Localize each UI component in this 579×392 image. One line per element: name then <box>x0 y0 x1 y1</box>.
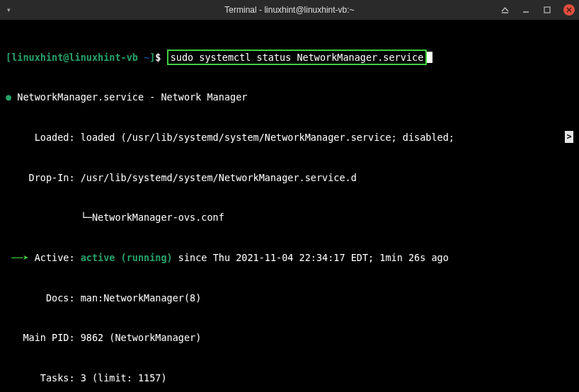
dropin-cont: └─NetworkManager-ovs.conf <box>81 212 224 223</box>
dropin-cont-line: └─NetworkManager-ovs.conf <box>6 211 573 224</box>
loaded-line: Loaded: loaded (/usr/lib/systemd/system/… <box>6 131 573 144</box>
window-titlebar: ▾ Terminal - linuxhint@linuxhint-vb:~ <box>0 0 579 20</box>
titlebar-left: ▾ <box>4 6 13 14</box>
minimize-button[interactable] <box>521 5 531 15</box>
terminal-cursor <box>427 52 432 63</box>
svg-rect-2 <box>544 7 550 13</box>
docs-label: Docs: <box>46 292 75 304</box>
tasks-value: 3 (limit: 1157) <box>81 372 167 384</box>
arrow-annotation-icon: ──➤ <box>6 252 35 263</box>
prompt-line: [linuxhint@linuxhint-vb ~]$ sudo systemc… <box>6 51 573 64</box>
active-line: ──➤ Active: active (running) since Thu 2… <box>6 251 573 265</box>
pid-line: Main PID: 9862 (NetworkManager) <box>6 331 573 345</box>
keep-on-top-button[interactable] <box>500 5 510 15</box>
close-button[interactable] <box>563 4 575 16</box>
docs-value: man:NetworkManager(8) <box>81 292 202 304</box>
maximize-button[interactable] <box>542 5 552 15</box>
docs-line: Docs: man:NetworkManager(8) <box>6 292 573 305</box>
prompt-user-host: [linuxhint@linuxhint-vb <box>6 52 138 63</box>
chevron-down-icon[interactable]: ▾ <box>4 6 13 14</box>
titlebar-controls <box>500 4 575 16</box>
dropin-label: Drop-In: <box>29 172 75 183</box>
service-header: NetworkManager.service - Network Manager <box>17 91 247 103</box>
tasks-label: Tasks: <box>40 372 75 384</box>
dropin-line: Drop-In: /usr/lib/systemd/system/Network… <box>6 171 573 185</box>
terminal-area[interactable]: [linuxhint@linuxhint-vb ~]$ sudo systemc… <box>0 20 579 392</box>
active-label: Active: <box>35 252 75 263</box>
loaded-value: loaded (/usr/lib/systemd/system/NetworkM… <box>81 132 460 143</box>
status-bullet-icon: ● <box>6 91 11 103</box>
scroll-right-icon[interactable]: > <box>565 131 573 143</box>
pid-label: Main PID: <box>23 332 74 343</box>
tasks-line: Tasks: 3 (limit: 1157) <box>6 371 573 385</box>
dropin-value: /usr/lib/systemd/system/NetworkManager.s… <box>81 172 357 183</box>
prompt-dollar: $ <box>155 52 161 63</box>
active-value: active (running) <box>81 252 173 263</box>
window-title: Terminal - linuxhint@linuxhint-vb:~ <box>224 4 354 16</box>
command-text: sudo systemctl status NetworkManager.ser… <box>167 50 428 65</box>
loaded-label: Loaded: <box>35 132 75 143</box>
active-since: since Thu 2021-11-04 22:34:17 EDT; 1min … <box>173 252 449 263</box>
prompt-path: ~ <box>144 52 149 63</box>
pid-value: 9862 (NetworkManager) <box>81 332 202 343</box>
service-header-line: ● NetworkManager.service - Network Manag… <box>6 91 573 104</box>
